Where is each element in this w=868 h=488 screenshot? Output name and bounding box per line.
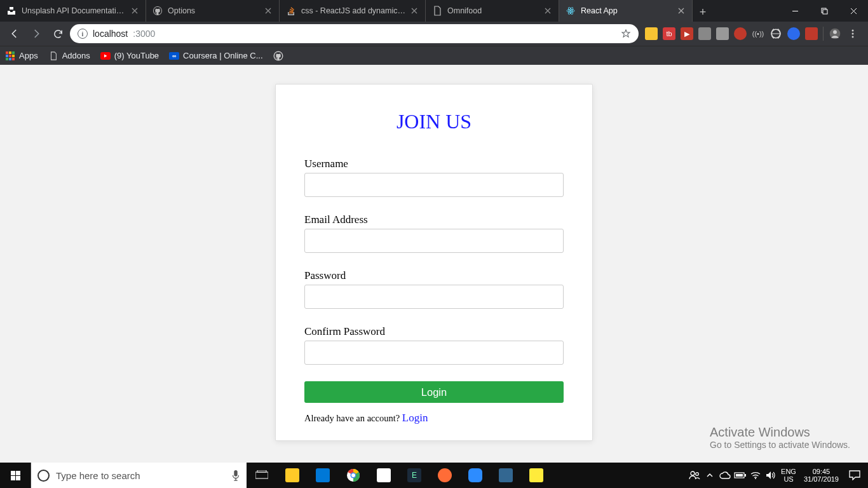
activate-windows-watermark: Activate Windows Go to Settings to activ… [710, 425, 850, 450]
clock-date: 31/07/2019 [804, 475, 839, 483]
bookmark-label: Apps [19, 51, 38, 60]
extension-icon[interactable] [805, 27, 818, 40]
chrome-menu-icon[interactable] [846, 27, 859, 40]
window-maximize-button[interactable] [810, 0, 839, 22]
tray-wifi-icon[interactable] [748, 463, 763, 488]
tray-battery-icon[interactable] [733, 463, 748, 488]
watermark-title: Activate Windows [710, 425, 850, 440]
password-input[interactable] [304, 285, 564, 309]
nav-back-button[interactable] [5, 24, 24, 43]
bookmark-star-icon[interactable] [621, 29, 631, 39]
svg-rect-28 [234, 470, 237, 477]
tray-onedrive-icon[interactable] [717, 463, 733, 488]
tab-unsplash[interactable]: Unsplash API Documentation | [0, 0, 146, 22]
lang-line2: US [781, 475, 796, 483]
people-icon[interactable] [687, 463, 702, 488]
taskbar-chrome[interactable] [338, 463, 369, 488]
username-input[interactable] [304, 173, 564, 197]
tray-chevron-up-icon[interactable] [702, 463, 717, 488]
taskbar-vscode[interactable] [308, 463, 338, 488]
svg-rect-37 [745, 474, 746, 477]
extension-icon[interactable]: ((•)) [752, 27, 764, 40]
username-label: Username [304, 158, 564, 170]
profile-avatar-icon[interactable] [829, 27, 841, 40]
mic-icon[interactable] [231, 470, 240, 481]
extension-icon[interactable]: ▶ [681, 27, 693, 40]
tab-react-app[interactable]: React App [559, 0, 693, 22]
tray-language[interactable]: ENG US [778, 468, 799, 483]
tab-options[interactable]: Options [146, 0, 280, 22]
tab-title: css - ReactJS add dynamic clas [301, 6, 406, 15]
tab-close-icon[interactable] [677, 6, 686, 15]
tab-title: Unsplash API Documentation | [22, 6, 126, 15]
bookmark-github[interactable] [273, 51, 283, 61]
favicon-page [432, 6, 442, 16]
taskbar-pgadmin[interactable] [491, 463, 521, 488]
svg-rect-23 [6, 58, 8, 60]
password-label: Password [304, 269, 564, 282]
tab-close-icon[interactable] [410, 6, 419, 15]
site-info-icon[interactable]: i [78, 29, 88, 39]
signup-card: JOIN US Username Email Address Password … [275, 84, 593, 441]
tray-volume-icon[interactable] [763, 463, 778, 488]
tab-stackoverflow[interactable]: css - ReactJS add dynamic clas [280, 0, 426, 22]
svg-point-39 [755, 478, 756, 479]
bookmark-label: Coursera | Online C... [183, 51, 262, 60]
taskbar-zoom[interactable] [460, 463, 491, 488]
taskbar-stickynotes[interactable] [521, 463, 552, 488]
action-center-icon[interactable] [844, 470, 865, 480]
svg-point-35 [696, 473, 699, 476]
tab-close-icon[interactable] [130, 6, 139, 15]
extension-icon[interactable] [770, 27, 782, 40]
extension-icon[interactable] [787, 27, 800, 40]
task-view-button[interactable] [247, 463, 277, 488]
browser-tabstrip: Unsplash API Documentation | Options css… [0, 0, 868, 22]
svg-point-14 [852, 30, 854, 32]
extension-icon[interactable] [716, 27, 729, 40]
taskbar-explorer[interactable] [277, 463, 308, 488]
url-port: :3000 [133, 29, 155, 39]
email-input[interactable] [304, 229, 564, 253]
taskbar-slack[interactable] [369, 463, 399, 488]
svg-point-13 [833, 30, 837, 34]
favicon-stackoverflow [286, 6, 296, 16]
confirm-password-input[interactable] [304, 341, 564, 365]
tray-clock[interactable]: 09:45 31/07/2019 [799, 468, 844, 483]
taskbar-search[interactable]: Type here to search [31, 463, 247, 488]
window-close-button[interactable] [839, 0, 868, 22]
start-button[interactable] [0, 463, 31, 488]
login-link[interactable]: Login [402, 412, 428, 424]
email-label: Email Address [304, 214, 564, 226]
bookmark-addons[interactable]: Addons [48, 51, 90, 61]
coursera-icon: ∞ [169, 52, 179, 60]
bookmark-apps[interactable]: Apps [5, 51, 38, 61]
new-tab-button[interactable]: + [693, 3, 713, 22]
extension-icons: tb ▶ ((•)) [641, 27, 863, 41]
extension-icon[interactable] [698, 27, 711, 40]
apps-grid-icon [5, 51, 15, 61]
tab-title: Options [168, 6, 260, 15]
tab-close-icon[interactable] [264, 6, 273, 15]
extension-icon[interactable] [734, 27, 747, 40]
tab-close-icon[interactable] [543, 6, 552, 15]
taskbar-postman[interactable] [430, 463, 460, 488]
nav-forward-button[interactable] [27, 24, 46, 43]
svg-rect-1 [8, 11, 10, 15]
nav-reload-button[interactable] [48, 24, 67, 43]
address-bar[interactable]: i localhost:3000 [70, 24, 639, 43]
divider [823, 27, 824, 41]
field-email: Email Address [304, 214, 564, 253]
bookmark-coursera[interactable]: ∞ Coursera | Online C... [169, 51, 262, 60]
extension-icon[interactable]: tb [663, 27, 675, 40]
login-button[interactable]: Login [304, 381, 564, 403]
cortana-icon [37, 470, 50, 482]
taskbar-app-e[interactable]: E [399, 463, 430, 488]
svg-rect-22 [12, 55, 15, 57]
window-minimize-button[interactable] [780, 0, 810, 22]
system-tray: ENG US 09:45 31/07/2019 [687, 463, 868, 488]
svg-rect-30 [257, 470, 266, 472]
field-confirm-password: Confirm Password [304, 325, 564, 365]
bookmark-youtube[interactable]: (9) YouTube [100, 51, 159, 61]
extension-icon[interactable] [645, 27, 658, 40]
tab-omnifood[interactable]: Omnifood [426, 0, 559, 22]
